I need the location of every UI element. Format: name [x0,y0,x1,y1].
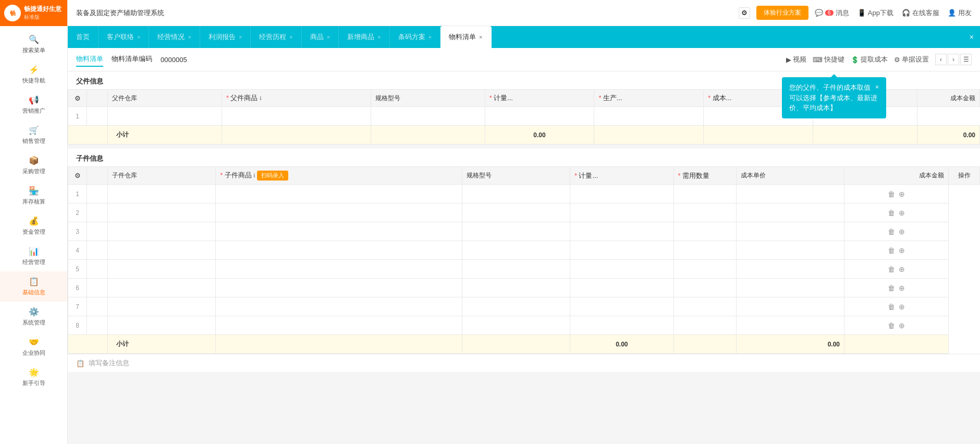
tab-history-close[interactable]: × [289,34,292,40]
child-row-warehouse-6[interactable] [87,279,108,297]
message-action[interactable]: 💬 6 消息 [815,8,849,18]
tab-new-goods-close[interactable]: × [377,34,381,40]
tab-customers-close[interactable]: × [137,34,140,40]
child-row-goods-3[interactable] [108,222,216,241]
copy-icon-4[interactable]: ⊕ [899,246,905,255]
tab-new-goods[interactable]: 新增商品 × [339,26,389,48]
child-row-goods-4[interactable] [108,241,216,260]
child-row-goods-2[interactable] [108,203,216,222]
delete-icon-8[interactable]: 🗑 [888,321,895,330]
sidebar-item-sales[interactable]: 🛒 销售管理 [0,120,67,150]
online-service-action[interactable]: 🎧 在线客服 [902,8,939,18]
sidebar-item-basic-info[interactable]: 📋 基础信息 [0,271,67,302]
child-row-spec-2[interactable] [216,203,462,222]
child-row-cost-unit-4[interactable] [673,241,736,260]
child-row-spec-7[interactable] [216,297,462,316]
delete-icon-2[interactable]: 🗑 [888,209,895,217]
delete-icon-4[interactable]: 🗑 [888,246,895,255]
delete-icon-3[interactable]: 🗑 [888,227,895,236]
parent-row-production[interactable] [485,107,594,126]
copy-icon-6[interactable]: ⊕ [899,284,905,292]
extract-cost-action[interactable]: 💲 提取成本 [851,55,888,64]
child-row-req-qty-7[interactable] [570,297,674,316]
sidebar-item-finance[interactable]: 💰 资金管理 [0,211,67,241]
child-row-unit-2[interactable] [462,203,570,222]
tab-profit-close[interactable]: × [239,34,242,40]
parent-row-spec[interactable] [222,107,371,126]
child-row-unit-7[interactable] [462,297,570,316]
child-row-unit-1[interactable] [462,185,570,203]
trial-button[interactable]: 体验行业方案 [756,6,808,20]
tab-customers[interactable]: 客户联络 × [99,26,149,48]
copy-icon-3[interactable]: ⊕ [899,227,905,236]
child-row-warehouse-2[interactable] [87,203,108,222]
next-arrow[interactable]: › [948,54,959,65]
child-row-spec-1[interactable] [216,185,462,203]
child-row-req-qty-6[interactable] [570,279,674,297]
tab-home[interactable]: 首页 [68,26,99,48]
tab-operations[interactable]: 经营情况 × [149,26,200,48]
tab-history[interactable]: 经营历程 × [251,26,301,48]
child-row-spec-8[interactable] [216,316,462,335]
child-row-cost-unit-1[interactable] [673,185,736,203]
delete-icon-5[interactable]: 🗑 [888,265,895,273]
child-row-goods-1[interactable] [108,185,216,203]
child-row-goods-5[interactable] [108,260,216,279]
sidebar-item-operations[interactable]: 📊 经营管理 [0,241,67,271]
parent-row-warehouse[interactable] [87,107,108,126]
copy-icon-8[interactable]: ⊕ [899,321,905,330]
tab-barcode[interactable]: 条码方案 × [390,26,440,48]
child-row-warehouse-3[interactable] [87,222,108,241]
sidebar-item-purchase[interactable]: 📦 采购管理 [0,150,67,181]
child-row-cost-unit-7[interactable] [673,297,736,316]
copy-icon-7[interactable]: ⊕ [899,303,905,311]
tab-bom-close[interactable]: × [479,34,482,40]
scan-button[interactable]: 扫码录入 [257,171,288,181]
child-row-goods-6[interactable] [108,279,216,297]
menu-arrow[interactable]: ☰ [960,54,972,65]
parent-th-settings[interactable]: ⚙ [68,90,87,107]
child-row-unit-8[interactable] [462,316,570,335]
sidebar-item-search[interactable]: 🔍 搜索菜单 [0,29,67,59]
child-row-req-qty-2[interactable] [570,203,674,222]
single-settings-action[interactable]: ⚙ 单据设置 [894,55,929,64]
child-row-unit-4[interactable] [462,241,570,260]
tab-goods-close[interactable]: × [327,34,330,40]
child-row-warehouse-1[interactable] [87,185,108,203]
copy-icon-1[interactable]: ⊕ [899,190,905,198]
delete-icon-6[interactable]: 🗑 [888,284,895,292]
child-row-cost-unit-6[interactable] [673,279,736,297]
tab-barcode-close[interactable]: × [428,34,432,40]
child-row-cost-unit-5[interactable] [673,260,736,279]
tab-goods[interactable]: 商品 × [302,26,339,48]
child-row-goods-8[interactable] [108,316,216,335]
settings-icon[interactable]: ⚙ [739,7,750,19]
delete-icon-7[interactable]: 🗑 [888,303,895,311]
tab-profit[interactable]: 利润报告 × [200,26,251,48]
child-row-cost-unit-3[interactable] [673,222,736,241]
copy-icon-5[interactable]: ⊕ [899,265,905,273]
child-row-unit-3[interactable] [462,222,570,241]
tab-bom[interactable]: 物料清单 × [440,26,491,48]
child-row-req-qty-8[interactable] [570,316,674,335]
child-row-cost-unit-8[interactable] [673,316,736,335]
user-action[interactable]: 👤 用友 [948,8,972,18]
shortcut-action[interactable]: ⌨ 快捷键 [813,55,844,64]
child-row-unit-5[interactable] [462,260,570,279]
sidebar-item-inventory[interactable]: 🏪 库存核算 [0,181,67,211]
parent-row-cost[interactable] [594,107,704,126]
child-row-warehouse-4[interactable] [87,241,108,260]
sidebar-item-system[interactable]: ⚙️ 系统管理 [0,302,67,332]
page-close-button[interactable]: × [963,33,980,41]
child-row-spec-5[interactable] [216,260,462,279]
child-row-unit-6[interactable] [462,279,570,297]
sidebar-item-guide[interactable]: 🌟 新手引导 [0,362,67,392]
child-row-req-qty-1[interactable] [570,185,674,203]
child-row-goods-7[interactable] [108,297,216,316]
parent-row-unit[interactable] [371,107,485,126]
child-row-warehouse-5[interactable] [87,260,108,279]
app-download-action[interactable]: 📱 App下载 [858,8,893,18]
child-th-settings[interactable]: ⚙ [68,167,87,185]
sub-tab-bom-list[interactable]: 物料清单 [76,52,103,67]
tooltip-close[interactable]: × [875,82,879,92]
